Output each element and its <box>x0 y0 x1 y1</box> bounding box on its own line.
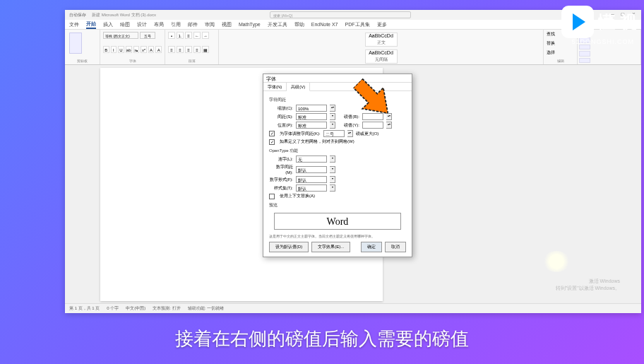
status-lang[interactable]: 中文(中国) <box>126 305 145 312</box>
styleset-dd[interactable]: ▾ <box>330 184 335 192</box>
kerning-unit: 磅或更大(O) <box>356 131 379 137</box>
replace-button[interactable]: 替换 <box>547 40 574 47</box>
numform-label: 数字形式(F): <box>269 177 293 183</box>
style-normal[interactable]: AaBbCcDd正文 <box>365 33 398 47</box>
group-font: 等线 (西文正文) 五号 B I U ab x₂ x² A A 字体 <box>100 30 165 64</box>
numbering-button[interactable]: 1. <box>177 32 184 39</box>
align-left-button[interactable]: ≡ <box>168 46 175 53</box>
play-icon <box>561 6 594 38</box>
indent-dec-button[interactable]: ← <box>193 32 201 39</box>
sub-button[interactable]: x₂ <box>133 46 140 53</box>
tab-insert[interactable]: 插入 <box>103 21 113 28</box>
paste-button[interactable] <box>69 33 82 54</box>
ok-button[interactable]: 确定 <box>361 242 382 252</box>
windows-watermark: 激活 Windows转到"设置"以激活 Windows。 <box>556 278 620 292</box>
kerning-checkbox[interactable] <box>269 131 275 136</box>
tab-design[interactable]: 设计 <box>137 21 147 28</box>
tab-help[interactable]: 帮助 <box>294 21 304 28</box>
group-styles: AaBbCcDd正文 AaBbCcDd无间隔 标题 1 标题 2 标题 样式 <box>219 30 544 64</box>
spacing-pt-spin[interactable]: ▴▾ <box>386 113 392 120</box>
indent-inc-button[interactable]: → <box>202 32 209 39</box>
position-dd[interactable]: ▾ <box>330 122 335 129</box>
bold-button[interactable]: B <box>103 46 109 53</box>
position-pt-spin[interactable]: ▴▾ <box>386 122 392 129</box>
ribbon: 剪贴板 等线 (西文正文) 五号 B I U ab x₂ x² A A 字体 •… <box>65 30 641 65</box>
context-checkbox[interactable] <box>269 194 275 199</box>
default-button[interactable]: 设为默认值(D) <box>269 242 309 252</box>
styleset-select[interactable]: 默认 <box>296 184 327 192</box>
autosave-toggle[interactable]: 自动保存 <box>69 12 86 18</box>
tab-mail[interactable]: 邮件 <box>188 21 198 28</box>
kerning-label: 为字体调整字间距(K): <box>280 131 321 137</box>
group-paragraph: • 1. ≡ ← → ≡ ≡ ≡ ≡ ▦ 段落 <box>165 30 219 64</box>
tab-home[interactable]: 开始 <box>86 20 96 29</box>
kerning-spin[interactable]: ▴▾ <box>347 130 353 137</box>
numspacing-label: 数字间距(M): <box>269 164 293 175</box>
ligature-dd[interactable]: ▾ <box>330 155 335 163</box>
spacing-dd[interactable]: ▾ <box>330 113 335 120</box>
search-input[interactable]: 搜索 (Alt+Q) <box>270 11 411 18</box>
align-right-button[interactable]: ≡ <box>185 46 192 53</box>
tab-mathtype[interactable]: MathType <box>239 22 261 27</box>
styleset-label: 样式集(T): <box>269 185 293 192</box>
video-caption: 接着在右侧的磅值后输入需要的磅值 <box>0 327 644 351</box>
share-button[interactable] <box>579 58 590 63</box>
font-name-select[interactable]: 等线 (西文正文) <box>103 32 138 39</box>
clipboard-label: 剪贴板 <box>68 59 97 63</box>
translate-button[interactable] <box>579 51 590 56</box>
status-prediction[interactable]: 文本预测: 打开 <box>153 305 180 312</box>
italic-button[interactable]: I <box>111 46 117 53</box>
dialog-buttons: 设为默认值(D) 文字效果(E)... 确定 取消 <box>263 242 412 252</box>
sup-button[interactable]: x² <box>141 46 147 53</box>
strike-button[interactable]: ab <box>126 46 132 53</box>
brand-url: 51DONGSHI.COM <box>571 38 634 45</box>
ligature-label: 连字(L): <box>269 156 293 163</box>
ligature-select[interactable]: 无 <box>296 155 327 163</box>
para-label: 段落 <box>168 59 215 63</box>
section-opentype: OpenType 功能 <box>269 148 406 154</box>
status-words[interactable]: 0 个字 <box>107 305 119 312</box>
underline-button[interactable]: U <box>118 46 124 53</box>
grid-label: 如果定义了文档网格，则对齐到网格(W) <box>280 139 354 145</box>
scale-input[interactable]: 100% <box>296 105 327 112</box>
grid-checkbox[interactable] <box>269 139 275 145</box>
numspacing-select[interactable]: 默认 <box>296 166 327 173</box>
color-button[interactable]: A <box>155 46 162 53</box>
tab-layout[interactable]: 布局 <box>154 21 164 28</box>
tab-endnote[interactable]: EndNote X7 <box>311 22 338 27</box>
tab-review[interactable]: 审阅 <box>205 21 215 28</box>
dialog-tab-advanced[interactable]: 高级(V) <box>287 83 310 91</box>
effects-button[interactable]: 文字效果(E)... <box>311 242 350 252</box>
tab-file[interactable]: 文件 <box>69 21 79 28</box>
select-button[interactable]: 选择 <box>547 49 574 56</box>
preview-box: Word <box>274 213 401 230</box>
tab-dev[interactable]: 开发工具 <box>268 21 287 28</box>
shading-button[interactable]: ▦ <box>202 46 209 53</box>
status-page[interactable]: 第 1 页，共 1 页 <box>69 305 100 312</box>
font-label: 字体 <box>103 59 162 63</box>
tab-view[interactable]: 视图 <box>222 21 232 28</box>
tab-pdf[interactable]: PDF工具集 <box>345 21 370 28</box>
tab-draw[interactable]: 绘图 <box>120 21 130 28</box>
position-select[interactable]: 标准 <box>296 122 327 129</box>
brand-text: 懂 视 <box>598 11 637 33</box>
font-size-select[interactable]: 五号 <box>140 32 155 39</box>
numspacing-dd[interactable]: ▾ <box>330 166 335 173</box>
statusbar: 第 1 页，共 1 页 0 个字 中文(中国) 文本预测: 打开 辅助功能: 一… <box>65 303 641 313</box>
numform-dd[interactable]: ▾ <box>330 176 335 183</box>
numform-select[interactable]: 默认 <box>296 176 327 183</box>
tab-more[interactable]: 更多 <box>377 21 387 28</box>
bullets-button[interactable]: • <box>168 32 175 39</box>
multilevel-button[interactable]: ≡ <box>185 32 192 39</box>
scale-spin[interactable]: ▴▾ <box>330 105 335 112</box>
tab-refs[interactable]: 引用 <box>171 21 181 28</box>
spacing-select[interactable]: 标准 <box>296 113 327 120</box>
cancel-button[interactable]: 取消 <box>385 242 406 252</box>
kerning-input[interactable]: 二号 <box>323 130 345 137</box>
status-accessibility[interactable]: 辅助功能: 一切就绪 <box>188 305 224 312</box>
justify-button[interactable]: ≡ <box>193 46 201 53</box>
align-center-button[interactable]: ≡ <box>177 46 184 53</box>
highlight-button[interactable]: A <box>148 46 155 53</box>
style-nospace[interactable]: AaBbCcDd无间隔 <box>365 49 398 64</box>
dialog-tab-font[interactable]: 字体(N) <box>263 83 287 90</box>
